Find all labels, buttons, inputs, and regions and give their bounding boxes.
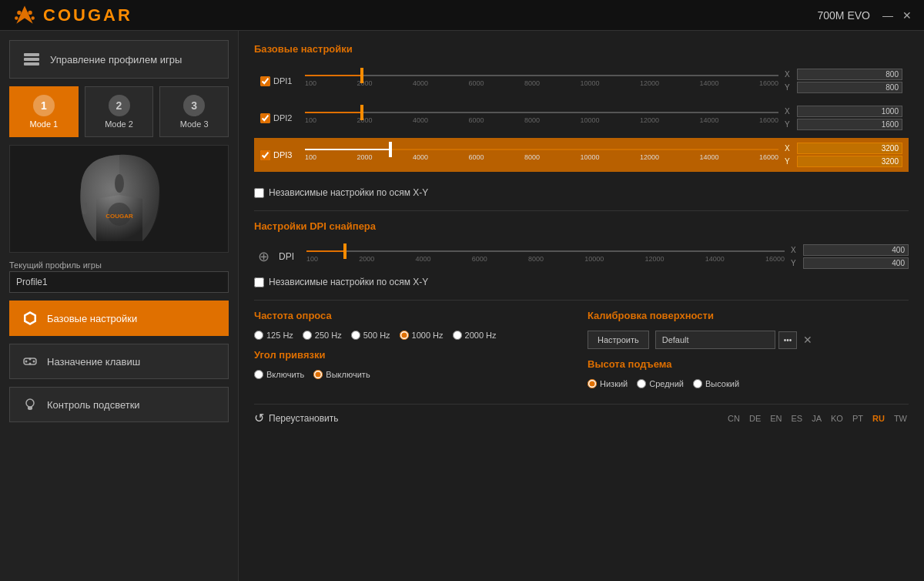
dpi2-x-input[interactable]: [797, 106, 902, 117]
basic-settings-title: Базовые настройки: [254, 43, 909, 55]
nav-key-assignment[interactable]: Назначение клавиш: [9, 344, 229, 379]
reset-label: Переустановить: [269, 413, 339, 424]
poll-2000[interactable]: 2000 Hz: [453, 331, 497, 340]
lod-title: Высота подъема: [588, 358, 909, 370]
poll-250-radio[interactable]: [303, 331, 312, 340]
dpi1-slider-thumb[interactable]: [360, 68, 363, 83]
lang-pt[interactable]: PT: [851, 412, 865, 425]
mouse-image: COUGAR: [9, 145, 229, 253]
sniper-y-input[interactable]: [803, 257, 909, 269]
angle-snap-section: Угол привязки Включить Выключить: [254, 349, 575, 379]
mode-2-button[interactable]: 2 Mode 2: [85, 86, 154, 137]
sniper-slider-track: [306, 250, 785, 252]
bottom-row: Частота опроса 125 Hz 250 Hz 500 Hz: [254, 310, 909, 398]
mouse-graphic: COUGAR: [73, 149, 166, 249]
surface-value-input[interactable]: [655, 331, 775, 349]
sniper-x-input[interactable]: [803, 244, 909, 256]
angle-on[interactable]: Включить: [254, 370, 304, 379]
sniper-dpi-row: ⊕ DPI 100 2000 4000 6000 8000 10000 1200: [254, 241, 909, 272]
title-bar-right: 700M EVO — ✕: [818, 9, 912, 22]
mode-3-button[interactable]: 3 Mode 3: [159, 86, 229, 137]
mode-2-number: 2: [109, 95, 130, 116]
independent-xy-sniper: Независимые настройки по осям X-Y: [254, 277, 909, 287]
lod-low-radio[interactable]: [588, 379, 597, 388]
lang-cn[interactable]: CN: [726, 412, 742, 425]
poll-1000[interactable]: 1000 Hz: [400, 331, 444, 340]
dpi3-checkbox[interactable]: [260, 150, 270, 160]
profile-icon: [22, 50, 41, 69]
dpi1-slider-container: 100 2000 4000 6000 8000 10000 12000 1400…: [305, 69, 778, 92]
dpi2-slider-thumb[interactable]: [360, 105, 363, 120]
lang-ru[interactable]: RU: [871, 412, 886, 425]
dpi1-checkbox-group: DPI1: [260, 76, 299, 86]
poll-rate-options: 125 Hz 250 Hz 500 Hz 1000 Hz: [254, 331, 575, 340]
dpi1-row: DPI1 100 2000 4000 6000 8000 10000 1200: [254, 64, 909, 98]
surface-close-button[interactable]: ✕: [800, 332, 815, 348]
profile-manage-label: Управление профилем игры: [50, 54, 182, 65]
mode-1-button[interactable]: 1 Mode 1: [9, 86, 79, 137]
sniper-section-title: Настройки DPI снайпера: [254, 220, 909, 232]
mode-3-label: Mode 3: [180, 119, 209, 129]
angle-off-label: Выключить: [326, 370, 370, 379]
dpi3-y-input[interactable]: [797, 156, 902, 167]
lod-high[interactable]: Высокий: [693, 379, 739, 388]
poll-125[interactable]: 125 Hz: [254, 331, 293, 340]
dpi3-label: DPI3: [273, 150, 292, 160]
lod-high-radio[interactable]: [693, 379, 702, 388]
independent-xy-basic: Независимые настройки по осям X-Y: [254, 187, 909, 198]
independent-xy-sniper-checkbox[interactable]: [254, 277, 264, 287]
lod-mid-radio[interactable]: [637, 379, 646, 388]
nav-basic-label: Базовые настройки: [47, 313, 137, 324]
surface-title: Калибровка поверхности: [588, 310, 909, 321]
lang-tw[interactable]: TW: [892, 412, 909, 425]
profile-input[interactable]: [9, 271, 229, 293]
sniper-slider-thumb[interactable]: [343, 243, 346, 259]
hexagon-icon: [22, 311, 38, 326]
independent-xy-sniper-label: Независимые настройки по осям X-Y: [269, 277, 428, 287]
sniper-values: X Y: [791, 244, 909, 269]
dpi1-x-input[interactable]: [797, 69, 902, 80]
lang-en[interactable]: EN: [768, 412, 783, 425]
dpi1-slider-fill: [305, 75, 362, 76]
angle-on-radio[interactable]: [254, 370, 263, 379]
surface-dots-button[interactable]: •••: [778, 331, 798, 349]
svg-marker-0: [16, 5, 32, 23]
poll-250[interactable]: 250 Hz: [303, 331, 342, 340]
dpi2-values: X Y: [785, 106, 902, 130]
independent-xy-basic-checkbox[interactable]: [254, 188, 264, 198]
poll-2000-label: 2000 Hz: [465, 331, 497, 340]
lang-ja[interactable]: JA: [810, 412, 823, 425]
mode-1-label: Mode 1: [29, 119, 58, 129]
dpi2-y-input[interactable]: [797, 119, 902, 130]
sniper-dpi-label: DPI: [279, 251, 300, 262]
lang-es[interactable]: ES: [790, 412, 805, 425]
dpi1-y-input[interactable]: [797, 82, 902, 93]
close-button[interactable]: ✕: [902, 9, 912, 22]
poll-2000-radio[interactable]: [453, 331, 462, 340]
reset-button[interactable]: ↺ Переустановить: [254, 411, 339, 425]
lang-de[interactable]: DE: [748, 412, 762, 425]
nav-lighting-control[interactable]: Контроль подсветки: [9, 387, 229, 422]
dpi1-values: X Y: [785, 69, 902, 93]
dpi2-y-value: Y: [785, 119, 902, 130]
poll-500[interactable]: 500 Hz: [351, 331, 390, 340]
profile-manage-button[interactable]: Управление профилем игры: [9, 40, 229, 79]
poll-500-radio[interactable]: [351, 331, 360, 340]
dpi2-checkbox[interactable]: [260, 113, 270, 123]
dpi3-slider-thumb[interactable]: [389, 142, 392, 157]
lod-low[interactable]: Низкий: [588, 379, 628, 388]
minimize-button[interactable]: —: [882, 9, 893, 22]
sniper-slider-container: 100 2000 4000 6000 8000 10000 12000 1400…: [306, 245, 785, 268]
angle-off-radio[interactable]: [313, 370, 323, 379]
dpi1-checkbox[interactable]: [260, 76, 270, 86]
lod-mid[interactable]: Средний: [637, 379, 684, 388]
angle-off[interactable]: Выключить: [313, 370, 370, 379]
poll-125-radio[interactable]: [254, 331, 263, 340]
poll-1000-radio[interactable]: [400, 331, 409, 340]
nav-basic-settings[interactable]: Базовые настройки: [9, 301, 229, 336]
lang-ko[interactable]: KO: [829, 412, 845, 425]
dpi2-row: DPI2 100 2000 4000 6000 8000 10000 1200: [254, 101, 909, 135]
svg-text:COUGAR: COUGAR: [105, 213, 133, 220]
dpi3-x-input[interactable]: [797, 143, 902, 154]
surface-configure-button[interactable]: Настроить: [588, 331, 649, 349]
